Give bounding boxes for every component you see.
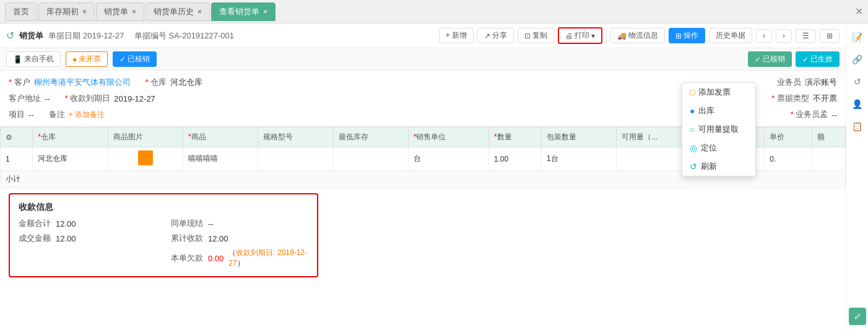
project-label: 项目	[9, 109, 25, 120]
close-tab-sales-history[interactable]: ×	[197, 7, 202, 16]
same-order-value: --	[208, 219, 214, 228]
same-order-row: 同单现结 --	[171, 218, 308, 229]
view-toggle-list[interactable]: ☰	[796, 29, 816, 43]
share-button[interactable]: ↗ 分享	[477, 28, 514, 43]
address-field: 客户地址 --	[9, 93, 50, 104]
sidebar-icon-clipboard[interactable]: 📋	[849, 118, 866, 135]
tab-inventory-init[interactable]: 库存期初 ×	[38, 2, 95, 21]
meta-no: 单据编号 SA-20191227-001	[134, 30, 235, 41]
phone-icon: 📱	[13, 55, 22, 64]
close-tab-inventory-init[interactable]: ×	[82, 7, 87, 16]
dropdown-item-outbound[interactable]: ● 出库	[682, 102, 755, 120]
available-icon: ○	[690, 124, 695, 134]
col-settings[interactable]: ⚙	[1, 128, 33, 147]
cumulative-payment-row: 累计收款 12.00	[171, 233, 308, 244]
dropdown-item-add-invoice[interactable]: □ 添加发票	[682, 83, 755, 102]
outstanding-value: 0.00	[208, 254, 224, 263]
outbound-icon: ●	[690, 106, 695, 116]
ticket-icon: ●	[72, 55, 77, 64]
share-icon: ↗	[484, 32, 490, 40]
meta-date: 单据日期 2019-12-27	[48, 30, 124, 41]
close-tab-sales-order[interactable]: ×	[132, 7, 136, 16]
cell-warehouse: 河北仓库	[33, 147, 108, 171]
info-col-left: 金额合计 12.00 成交金额 12.00	[19, 218, 156, 269]
payment-info-title: 收款信息	[19, 202, 308, 213]
outstanding-row: 本单欠款 0.00 （收款到期日: 2019-12-27）	[171, 248, 308, 269]
separator	[606, 30, 607, 42]
transaction-amount-value: 12.00	[56, 234, 76, 243]
sales-label: 业务员孟	[791, 109, 828, 120]
warehouse-value: 河北仓库	[170, 77, 202, 88]
print-icon: 🖨	[565, 32, 573, 40]
action-right: ✓ 已核销 ✓ 已生效	[748, 51, 840, 67]
cell-spec	[258, 147, 333, 171]
customer-label: 客户	[9, 77, 30, 88]
tab-sales-history[interactable]: 销货单历史 ×	[145, 2, 210, 21]
cumulative-payment-label: 累计收款	[171, 233, 203, 244]
sidebar-icon-refresh[interactable]: ↺	[849, 73, 866, 90]
cell-product: 嘻嘻嘻嘻	[183, 147, 258, 171]
outstanding-note: （收款到期日: 2019-12-27）	[228, 248, 308, 269]
outstanding-label: 本单欠款	[171, 253, 203, 264]
cell-sales-unit: 台	[408, 147, 488, 171]
operation-button[interactable]: ⊞ 操作	[669, 28, 705, 43]
ticket-type-value: 不开票	[813, 93, 837, 104]
effective-btn[interactable]: ✓ 已生效	[796, 51, 840, 67]
not-open-ticket-btn[interactable]: ● 未开票	[66, 51, 108, 67]
close-tab-view-sales-order[interactable]: ×	[263, 7, 267, 16]
col-product-image: 商品图片	[108, 128, 183, 147]
print-button[interactable]: 🖨 打印 ▾	[558, 27, 602, 44]
staff-field: 业务员 演示账号	[777, 77, 837, 88]
dropdown-item-refresh[interactable]: ↺ 刷新	[682, 157, 755, 176]
check-btn[interactable]: ✓ 已核销	[113, 51, 157, 67]
note-label: 备注	[49, 109, 65, 120]
dropdown-item-locate[interactable]: ◎ 定位	[682, 139, 755, 157]
sidebar-icon-notes[interactable]: 📝	[849, 28, 866, 46]
history-button[interactable]: 历史单据	[709, 28, 752, 43]
col-quantity: *数量	[488, 128, 541, 147]
from-phone-btn[interactable]: 📱 来自手机	[6, 51, 61, 67]
col-sales-unit: *销售单位	[408, 128, 488, 147]
customer-value[interactable]: 柳州粤港平安气体有限公司	[34, 77, 131, 88]
transaction-amount-row: 成交金额 12.00	[19, 233, 156, 244]
cell-unit-price: 0.	[765, 147, 812, 171]
sales-value: --	[831, 110, 837, 119]
tab-view-sales-order[interactable]: 查看销货单 ×	[211, 2, 276, 21]
cancelled-btn[interactable]: ✓ 已核销	[748, 51, 792, 67]
sidebar-icon-link[interactable]: 🔗	[849, 51, 866, 68]
doc-icon: ↺	[6, 30, 14, 41]
copy-icon: ⊡	[524, 32, 531, 40]
address-value: --	[45, 94, 50, 103]
tab-home[interactable]: 首页	[5, 2, 37, 21]
col-amount: 额	[812, 128, 845, 147]
logistics-button[interactable]: 🚚 物流信息	[610, 28, 665, 43]
col-unit-price: 单价	[765, 128, 812, 147]
effective-icon: ✓	[802, 55, 809, 64]
tab-sales-order[interactable]: 销货单 ×	[96, 2, 144, 21]
add-note-btn[interactable]: 添加备注	[69, 110, 105, 120]
payment-date-field: 收款到期日 2019-12-27	[65, 93, 155, 104]
copy-button[interactable]: ⊡ 复制	[518, 28, 554, 43]
toolbar: ↺ 销货单 单据日期 2019-12-27 单据编号 SA-20191227-0…	[0, 24, 846, 48]
new-button[interactable]: + 新增	[439, 28, 474, 43]
staff-label: 业务员	[777, 77, 801, 88]
doc-title: 销货单	[19, 30, 43, 41]
col-package-qty: 包装数量	[542, 128, 617, 147]
transaction-amount-label: 成交金额	[19, 233, 51, 244]
total-amount-row: 金额合计 12.00	[19, 218, 156, 229]
prev-record-btn[interactable]: ‹	[756, 29, 772, 43]
note-field: 备注 添加备注	[49, 109, 105, 120]
col-product: *商品	[183, 128, 258, 147]
right-sidebar: 📝 🔗 ↺ 👤 📋 ⤢	[846, 24, 868, 330]
next-record-btn[interactable]: ›	[776, 29, 792, 43]
payment-date-label: 收款到期日	[65, 93, 111, 104]
dropdown-item-available[interactable]: ○ 可用量提取	[682, 120, 755, 139]
view-toggle-grid[interactable]: ⊞	[820, 29, 840, 43]
sidebar-icon-user[interactable]: 👤	[849, 95, 866, 113]
staff-value: 演示账号	[805, 77, 837, 88]
total-amount-value: 12.00	[56, 219, 76, 228]
sidebar-icon-expand[interactable]: ⤢	[849, 308, 866, 325]
window-close-btn[interactable]: ✕	[855, 6, 863, 17]
ticket-type-field: 票据类型 不开票	[771, 93, 837, 104]
ticket-type-label: 票据类型	[771, 93, 809, 104]
